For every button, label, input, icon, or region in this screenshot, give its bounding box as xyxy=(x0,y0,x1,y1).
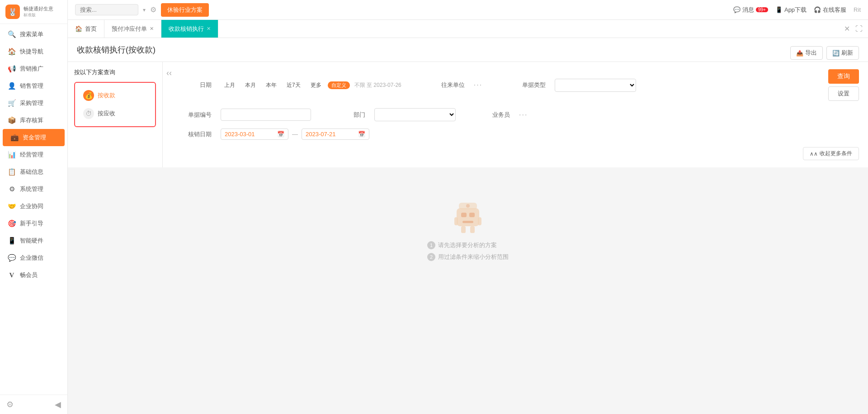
filter-sidebar: 按以下方案查询 💰 按收款 ⏱ 按应收 xyxy=(68,62,163,167)
dropdown-arrow-icon[interactable]: ▾ xyxy=(143,7,146,13)
sidebar-item-basic-info[interactable]: 📋 基础信息 xyxy=(0,163,67,181)
sidebar-item-label: 采购管理 xyxy=(20,99,43,107)
marketing-icon: 📢 xyxy=(7,65,16,73)
date-btn-7days[interactable]: 近7天 xyxy=(283,80,304,90)
export-button[interactable]: 📤 导出 xyxy=(790,46,823,60)
sidebar-item-smart-hw[interactable]: 📱 智能硬件 xyxy=(0,232,67,249)
empty-tips-list: 1 请先选择要分析的方案 2 用过滤条件来缩小分析范围 xyxy=(427,241,509,265)
svg-point-9 xyxy=(466,204,470,208)
sidebar-item-label: 畅会员 xyxy=(20,271,38,279)
solution-button[interactable]: 休验行业方案 xyxy=(161,3,209,17)
svg-rect-3 xyxy=(462,221,473,223)
sidebar-item-operation[interactable]: 📊 经营管理 xyxy=(0,146,67,163)
settings-icon[interactable]: ⚙ xyxy=(6,400,14,409)
main-content: ▾ ⚙ 休验行业方案 💬 消息 99+ 📱 App下载 🎧 在线客服 Rit 🏠 xyxy=(68,0,868,414)
calendar-start-icon[interactable]: 📅 xyxy=(277,131,284,138)
quick-nav-icon: 🏠 xyxy=(7,48,16,56)
writeoff-date-group: 📅 — 📅 xyxy=(221,128,369,140)
tab-collection[interactable]: 收款核销执行 ✕ xyxy=(161,20,218,38)
sidebar-item-label: 销售管理 xyxy=(20,82,43,90)
writeoff-date-start-wrap: 📅 xyxy=(221,128,288,140)
date-btn-last-month[interactable]: 上月 xyxy=(221,80,239,90)
sidebar-item-newbie[interactable]: 🎯 新手引导 xyxy=(0,215,67,232)
refresh-button[interactable]: 🔄 刷新 xyxy=(826,46,859,60)
sidebar-item-label: 资金管理 xyxy=(23,133,46,142)
sidebar-logo: 🐰 畅捷通好生意 标准版 xyxy=(0,0,67,24)
date-custom-tag[interactable]: 自定义 xyxy=(328,81,350,89)
setting-button[interactable]: 设置 xyxy=(828,86,859,101)
empty-state: 1 请先选择要分析的方案 2 用过滤条件来缩小分析范围 xyxy=(68,167,868,292)
collapse-more-button[interactable]: ∧∧ 收起更多条件 xyxy=(803,147,859,160)
filter-options-box: 💰 按收款 ⏱ 按应收 xyxy=(74,82,156,127)
by-receivable-label: 按应收 xyxy=(98,109,115,118)
sidebar-item-inventory[interactable]: 📦 库存核算 xyxy=(0,112,67,129)
tab-close-window-icon[interactable]: ✕ xyxy=(844,24,850,33)
sidebar-item-wechat[interactable]: 💬 企业微信 xyxy=(0,249,67,266)
date-group: 上月 本月 本年 近7天 更多 自定义 不限 至 2023-07-26 xyxy=(221,80,401,90)
app-download-action[interactable]: 📱 App下载 xyxy=(775,6,807,14)
date-btn-this-month[interactable]: 本月 xyxy=(241,80,259,90)
filter-sidebar-title: 按以下方案查询 xyxy=(74,68,156,76)
voucher-type-label: 单据类型 xyxy=(519,81,546,89)
svg-rect-6 xyxy=(461,226,466,233)
enterprise-icon: 🤝 xyxy=(7,202,16,210)
message-action[interactable]: 💬 消息 99+ xyxy=(733,6,768,14)
date-label: 日期 xyxy=(184,81,212,89)
sidebar-item-quick-nav[interactable]: 🏠 快捷导航 xyxy=(0,43,67,60)
filter-option-by-receivable[interactable]: ⏱ 按应收 xyxy=(79,105,151,123)
collapse-sidebar-icon[interactable]: ◀︎ xyxy=(55,400,61,409)
employee-picker[interactable]: ··· xyxy=(519,111,528,119)
inventory-icon: 📦 xyxy=(7,116,16,124)
sidebar-item-label: 新手引导 xyxy=(20,219,43,228)
svg-rect-2 xyxy=(469,213,475,217)
writeoff-date-start-input[interactable] xyxy=(225,131,275,138)
query-button[interactable]: 查询 xyxy=(828,69,859,84)
sidebar-item-finance[interactable]: 💼 资金管理 xyxy=(3,129,65,146)
gear-icon[interactable]: ⚙ xyxy=(150,5,156,14)
sidebar-item-search-menu[interactable]: 🔍 搜索菜单 xyxy=(0,26,67,43)
writeoff-date-label: 核销日期 xyxy=(184,130,212,138)
sidebar-item-system[interactable]: ⚙ 系统管理 xyxy=(0,181,67,198)
sidebar-item-sales[interactable]: 👤 销售管理 xyxy=(0,77,67,95)
writeoff-date-end-input[interactable] xyxy=(306,131,356,138)
filter-row-1: 日期 上月 本月 本年 近7天 更多 自定义 不限 至 2023-07-26 往… xyxy=(184,69,859,101)
department-select[interactable] xyxy=(374,108,456,121)
dept-select-group xyxy=(374,108,456,121)
by-receivable-icon: ⏱ xyxy=(83,108,94,119)
counterpart-picker[interactable]: ··· xyxy=(474,81,482,89)
by-collection-label: 按收款 xyxy=(98,91,115,100)
home-icon: 🏠 xyxy=(75,25,82,32)
operation-icon: 📊 xyxy=(7,151,16,159)
sidebar-item-enterprise[interactable]: 🤝 企业协同 xyxy=(0,198,67,215)
chevron-up-icon: ∧∧ xyxy=(810,151,818,157)
page-toolbar: 📤 导出 🔄 刷新 xyxy=(790,44,859,62)
by-collection-icon: 💰 xyxy=(83,90,94,101)
online-service-action[interactable]: 🎧 在线客服 xyxy=(814,6,846,14)
voucher-type-select-group xyxy=(555,79,636,92)
tab-collection-close-icon[interactable]: ✕ xyxy=(207,26,211,32)
voucher-type-select[interactable] xyxy=(555,79,636,92)
sidebar-item-member[interactable]: V 畅会员 xyxy=(0,266,67,284)
user-name[interactable]: Rit xyxy=(854,6,861,13)
filter-collapse-icon[interactable]: ‹‹ xyxy=(163,62,175,167)
date-btn-more[interactable]: 更多 xyxy=(307,80,325,90)
tab-expand-icon[interactable]: ⛶ xyxy=(855,25,863,33)
tab-prepay-close-icon[interactable]: ✕ xyxy=(150,26,154,32)
collapse-more: ∧∧ 收起更多条件 xyxy=(184,147,859,160)
date-btn-this-year[interactable]: 本年 xyxy=(262,80,280,90)
brand-input[interactable] xyxy=(75,4,138,15)
voucher-no-input[interactable] xyxy=(221,109,311,121)
online-service-label: 在线客服 xyxy=(823,6,846,14)
filter-option-by-collection[interactable]: 💰 按收款 xyxy=(79,86,151,105)
search-menu-icon: 🔍 xyxy=(7,30,16,38)
filter-area: 按以下方案查询 💰 按收款 ⏱ 按应收 ‹‹ 日 xyxy=(68,62,868,167)
sidebar: 🐰 畅捷通好生意 标准版 🔍 搜索菜单 🏠 快捷导航 📢 营销推广 👤 销售管理… xyxy=(0,0,68,414)
svg-rect-0 xyxy=(457,208,479,226)
sidebar-item-marketing[interactable]: 📢 营销推广 xyxy=(0,60,67,77)
page-content: 收款核销执行(按收款) 📤 导出 🔄 刷新 按以下方案查询 xyxy=(68,38,868,414)
tab-prepay[interactable]: 预付冲应付单 ✕ xyxy=(104,20,161,38)
tab-home[interactable]: 🏠 首页 xyxy=(68,20,104,38)
tabbar-right: ✕ ⛶ xyxy=(839,20,868,38)
calendar-end-icon[interactable]: 📅 xyxy=(358,131,365,138)
sidebar-item-purchase[interactable]: 🛒 采购管理 xyxy=(0,95,67,112)
